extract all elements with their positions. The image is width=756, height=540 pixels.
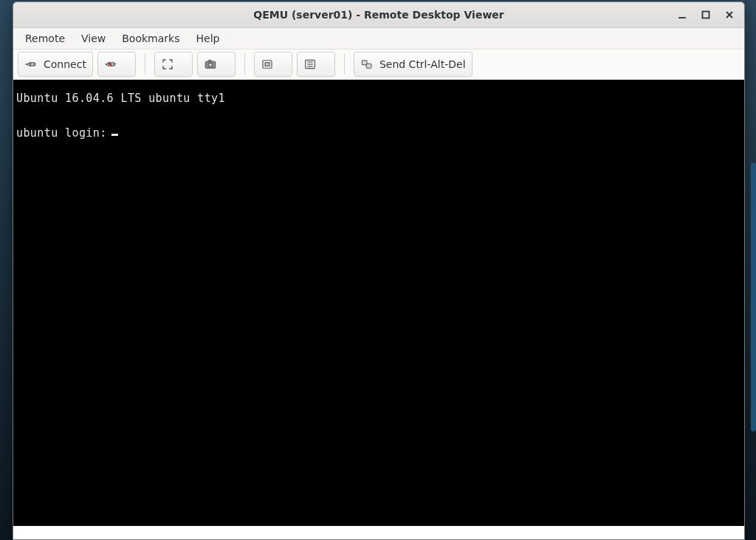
scaling-button[interactable] bbox=[297, 52, 335, 77]
keyboard-combo-icon bbox=[360, 58, 374, 71]
window-buttons bbox=[672, 2, 740, 27]
svg-rect-7 bbox=[111, 63, 114, 66]
menu-bookmarks[interactable]: Bookmarks bbox=[114, 30, 187, 47]
best-fit-button[interactable] bbox=[254, 52, 292, 77]
camera-screenshot-icon bbox=[204, 58, 217, 71]
screenshot-button[interactable] bbox=[197, 52, 236, 77]
maximize-button[interactable] bbox=[695, 5, 716, 24]
fullscreen-button[interactable] bbox=[154, 52, 193, 77]
toolbar-separator-1 bbox=[145, 54, 145, 75]
menu-help[interactable]: Help bbox=[188, 30, 227, 47]
fullscreen-arrows-icon bbox=[161, 58, 174, 71]
display-bottom-strip bbox=[13, 526, 744, 539]
connect-plug-icon bbox=[24, 58, 38, 71]
maximize-icon bbox=[701, 10, 711, 20]
remote-display[interactable]: Ubuntu 16.04.6 LTS ubuntu tty1 ubuntu lo… bbox=[13, 80, 744, 526]
close-button[interactable] bbox=[719, 5, 740, 24]
best-fit-icon bbox=[261, 58, 274, 71]
text-cursor bbox=[111, 134, 118, 136]
minimize-button[interactable] bbox=[672, 5, 693, 24]
connect-button-label: Connect bbox=[44, 58, 86, 70]
menu-remote[interactable]: Remote bbox=[18, 30, 72, 47]
titlebar: QEMU (server01) - Remote Desktop Viewer bbox=[13, 2, 744, 28]
disconnect-plug-icon bbox=[104, 58, 117, 71]
disconnect-button[interactable] bbox=[97, 52, 136, 77]
close-icon bbox=[724, 10, 735, 20]
remote-display-container: Ubuntu 16.04.6 LTS ubuntu tty1 ubuntu lo… bbox=[13, 80, 744, 539]
connect-button[interactable]: Connect bbox=[18, 52, 93, 77]
toolbar: Connect bbox=[13, 49, 744, 80]
terminal-line-1: Ubuntu 16.04.6 LTS ubuntu tty1 bbox=[16, 92, 225, 105]
window-title: QEMU (server01) - Remote Desktop Viewer bbox=[253, 9, 504, 21]
svg-rect-4 bbox=[30, 63, 34, 66]
send-cad-label: Send Ctrl-Alt-Del bbox=[379, 58, 466, 70]
svg-point-12 bbox=[208, 63, 212, 66]
toolbar-separator-2 bbox=[244, 54, 245, 75]
svg-rect-21 bbox=[366, 64, 371, 68]
menu-view[interactable]: View bbox=[74, 30, 113, 47]
minimize-icon bbox=[677, 10, 687, 20]
scaling-icon bbox=[303, 58, 317, 71]
send-cad-button[interactable]: Send Ctrl-Alt-Del bbox=[354, 52, 472, 77]
svg-rect-1 bbox=[703, 12, 709, 18]
app-window: QEMU (server01) - Remote Desktop Viewer … bbox=[13, 1, 745, 540]
svg-rect-13 bbox=[208, 60, 212, 61]
menubar: Remote View Bookmarks Help bbox=[13, 28, 744, 49]
toolbar-separator-3 bbox=[344, 54, 345, 75]
terminal-login-prompt: ubuntu login: bbox=[16, 126, 107, 140]
page-scrollbar[interactable] bbox=[751, 163, 756, 431]
svg-rect-15 bbox=[265, 63, 269, 66]
